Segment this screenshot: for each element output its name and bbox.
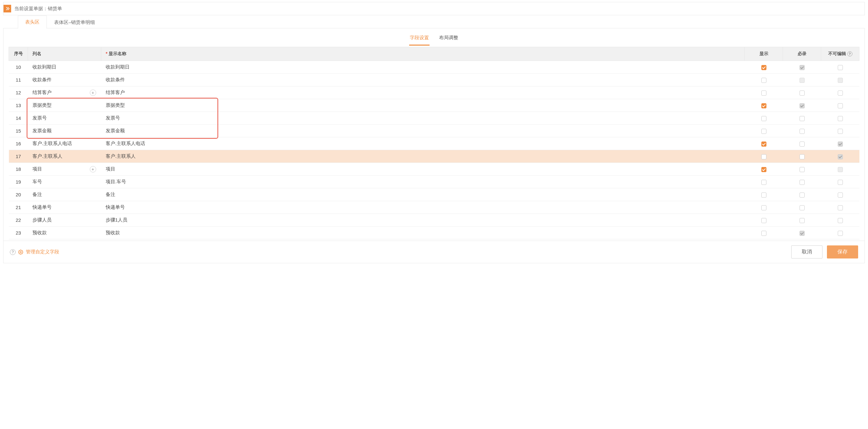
readonly-checkbox[interactable] — [838, 231, 843, 236]
cell-display-name[interactable]: 客户.主联系人 — [101, 150, 745, 163]
cell-display-name[interactable]: 客户.主联系人电话 — [101, 137, 745, 150]
show-checkbox[interactable] — [761, 129, 767, 134]
show-checkbox[interactable] — [761, 90, 767, 96]
subtab-1[interactable]: 布局调整 — [438, 33, 459, 46]
cell-show — [745, 189, 783, 201]
required-checkbox[interactable] — [800, 167, 805, 172]
expand-plus-button[interactable]: + — [90, 90, 96, 96]
show-checkbox[interactable] — [761, 180, 767, 185]
cell-readonly — [821, 227, 859, 239]
show-checkbox[interactable] — [761, 103, 767, 108]
readonly-checkbox[interactable] — [838, 129, 843, 134]
required-checkbox[interactable] — [800, 180, 805, 185]
cell-display-name[interactable]: 备注 — [101, 189, 745, 201]
table-row: 20备注备注 — [9, 189, 859, 201]
show-checkbox[interactable] — [761, 154, 767, 160]
required-checkbox[interactable] — [800, 193, 805, 198]
cell-display-name[interactable]: 票据类型 — [101, 99, 745, 112]
cell-seq: 20 — [9, 189, 28, 201]
cell-required — [783, 163, 821, 176]
current-doc-prefix: 当前设置单据： — [14, 6, 48, 11]
cell-required — [783, 150, 821, 163]
cell-display-name[interactable]: 项目.车号 — [101, 176, 745, 189]
show-checkbox[interactable] — [761, 167, 767, 172]
question-icon[interactable]: ? — [10, 249, 16, 255]
required-checkbox[interactable] — [800, 154, 805, 160]
show-checkbox[interactable] — [761, 142, 767, 147]
show-checkbox[interactable] — [761, 193, 767, 198]
table-row: 14发票号发票号 — [9, 112, 859, 125]
cell-readonly — [821, 74, 859, 86]
table-row: 16客户.主联系人电话客户.主联系人电话 — [9, 137, 859, 150]
cell-display-name[interactable]: 预收款 — [101, 227, 745, 239]
cell-show — [745, 214, 783, 227]
help-icon[interactable]: ? — [847, 51, 852, 56]
cell-required — [783, 214, 821, 227]
cell-required — [783, 74, 821, 86]
cell-display-name[interactable]: 发票金额 — [101, 125, 745, 137]
table-row: 11收款条件收款条件 — [9, 74, 859, 86]
cell-display-name[interactable]: 项目 — [101, 163, 745, 176]
manage-custom-fields-link[interactable]: 管理自定义字段 — [26, 249, 59, 255]
table-row: 19车号项目.车号 — [9, 176, 859, 189]
cell-readonly — [821, 86, 859, 99]
show-checkbox[interactable] — [761, 65, 767, 70]
show-checkbox[interactable] — [761, 231, 767, 236]
required-checkbox — [800, 231, 805, 236]
readonly-checkbox[interactable] — [838, 193, 843, 198]
cell-readonly — [821, 163, 859, 176]
required-checkbox[interactable] — [800, 90, 805, 96]
inner-area: 字段设置布局调整 序号 列名 *显示名称 显示 必录 不可编辑? 10收 — [3, 28, 865, 241]
show-checkbox[interactable] — [761, 218, 767, 223]
readonly-checkbox[interactable] — [838, 103, 843, 108]
cell-show — [745, 125, 783, 137]
cancel-button[interactable]: 取消 — [791, 246, 823, 258]
current-doc-name: 销货单 — [48, 6, 62, 11]
show-checkbox[interactable] — [761, 78, 767, 83]
cell-col-name: 项目+ — [28, 163, 101, 176]
cell-readonly — [821, 99, 859, 112]
cell-required — [783, 61, 821, 74]
subtab-0[interactable]: 字段设置 — [409, 33, 430, 46]
cell-readonly — [821, 150, 859, 163]
readonly-checkbox[interactable] — [838, 218, 843, 223]
cell-readonly — [821, 61, 859, 74]
cell-required — [783, 189, 821, 201]
readonly-checkbox[interactable] — [838, 116, 843, 121]
cell-display-name[interactable]: 收款条件 — [101, 74, 745, 86]
readonly-checkbox[interactable] — [838, 65, 843, 70]
cell-display-name[interactable]: 发票号 — [101, 112, 745, 125]
show-checkbox[interactable] — [761, 116, 767, 121]
show-checkbox[interactable] — [761, 205, 767, 210]
cell-display-name[interactable]: 结算客户 — [101, 86, 745, 99]
cell-show — [745, 61, 783, 74]
cell-seq: 10 — [9, 61, 28, 74]
cell-readonly — [821, 176, 859, 189]
required-checkbox[interactable] — [800, 142, 805, 147]
tab-1[interactable]: 表体区–销货单明细 — [47, 16, 102, 29]
save-button[interactable]: 保存 — [827, 246, 858, 258]
cell-col-name: 客户.主联系人电话 — [28, 137, 101, 150]
expand-plus-button[interactable]: + — [90, 166, 96, 172]
tab-0[interactable]: 表头区 — [18, 16, 47, 29]
cell-seq: 13 — [9, 99, 28, 112]
cell-show — [745, 112, 783, 125]
cell-display-name[interactable]: 步骤1人员 — [101, 214, 745, 227]
cell-display-name[interactable]: 收款到期日 — [101, 61, 745, 74]
cell-col-name: 发票金额 — [28, 125, 101, 137]
readonly-checkbox[interactable] — [838, 90, 843, 96]
cell-col-name: 收款条件 — [28, 74, 101, 86]
required-checkbox[interactable] — [800, 218, 805, 223]
readonly-checkbox — [838, 78, 843, 83]
cell-display-name[interactable]: 快递单号 — [101, 201, 745, 214]
required-checkbox[interactable] — [800, 116, 805, 121]
sidebar-toggle-button[interactable] — [3, 5, 11, 12]
required-checkbox[interactable] — [800, 129, 805, 134]
readonly-checkbox[interactable] — [838, 180, 843, 185]
cell-col-name: 车号 — [28, 176, 101, 189]
table-row: 22步骤人员步骤1人员 — [9, 214, 859, 227]
th-col-name: 列名 — [28, 47, 101, 61]
cell-seq: 15 — [9, 125, 28, 137]
readonly-checkbox[interactable] — [838, 205, 843, 210]
required-checkbox[interactable] — [800, 205, 805, 210]
